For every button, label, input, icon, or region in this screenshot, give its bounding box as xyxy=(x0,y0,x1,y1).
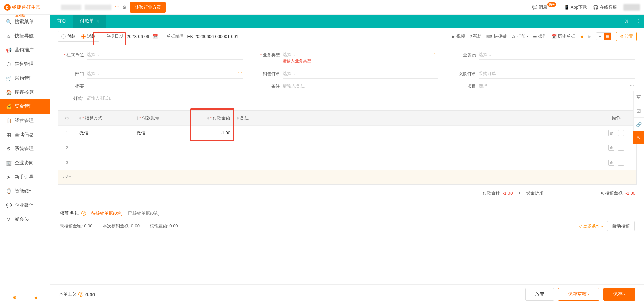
sidebar-item-quicknav[interactable]: ⌂快捷导航 xyxy=(0,29,50,43)
print-link[interactable]: 🖨打印▾ xyxy=(512,33,528,39)
rail-draft-icon[interactable]: 草 xyxy=(633,91,644,104)
sidebar-item-marketing[interactable]: 📢营销推广 xyxy=(0,43,50,57)
help-link[interactable]: ?帮助 xyxy=(470,33,482,39)
cell-settle[interactable]: 微信 xyxy=(76,126,133,140)
add-icon[interactable]: + xyxy=(618,145,624,151)
cell-settle[interactable] xyxy=(76,140,133,155)
question-icon[interactable]: ? xyxy=(81,211,86,216)
sidebar-item-system[interactable]: ⚙系统管理 xyxy=(0,142,50,156)
rail-link-icon[interactable]: 🔗 xyxy=(633,118,644,131)
chevron-down-icon[interactable]: ﹀ xyxy=(434,52,438,57)
cell-remark[interactable] xyxy=(234,140,596,155)
sidebar-item-operation[interactable]: 📋经营管理 xyxy=(0,114,50,128)
rail-check-icon[interactable]: ☑ xyxy=(633,104,644,118)
dept-input[interactable]: 选择...﹀ xyxy=(87,69,243,79)
sidebar-item-basic[interactable]: ▦基础信息 xyxy=(0,128,50,142)
rail-expand-icon[interactable]: ⤡ xyxy=(633,131,644,144)
calendar-icon[interactable]: 📅 xyxy=(153,34,158,39)
th-account[interactable]: ▴▾*付款账号 xyxy=(133,111,190,125)
project-input[interactable]: 选择...⋯ xyxy=(479,81,635,91)
view-card-button[interactable]: ▦ xyxy=(604,33,611,40)
more-icon[interactable]: ⋯ xyxy=(630,51,634,56)
cell-remark[interactable] xyxy=(234,126,596,140)
more-icon[interactable]: ⋯ xyxy=(433,70,438,75)
sidebar-item-guide[interactable]: ➤新手引导 xyxy=(0,170,50,184)
config-button[interactable]: ⚙设置 xyxy=(616,32,637,41)
messages-link[interactable]: 💬 消息 99+ xyxy=(532,4,558,10)
sidebar-item-member[interactable]: V畅会员 xyxy=(0,212,50,226)
cell-account[interactable] xyxy=(133,140,190,155)
purchaseorder-input[interactable]: 采购订单 xyxy=(479,69,635,79)
add-icon[interactable]: + xyxy=(618,160,624,166)
view-list-button[interactable]: ≡ xyxy=(596,33,604,40)
table-row[interactable]: 1 微信 微信 -1.00 🗑+ xyxy=(58,125,636,140)
summary-input[interactable] xyxy=(87,81,243,90)
table-row[interactable]: 2 🗑+ xyxy=(58,140,636,155)
th-amount[interactable]: ▴▾*付款金额 xyxy=(190,111,234,125)
cell-remark[interactable] xyxy=(234,155,596,170)
sidebar-item-purchase[interactable]: 🛒采购管理 xyxy=(0,71,50,85)
sidebar-item-wechat[interactable]: 💬企业微信 xyxy=(0,198,50,212)
radio-payment[interactable]: 付款 xyxy=(61,33,76,39)
salesorder-input[interactable]: 选择...⋯ xyxy=(283,69,439,79)
gear-icon[interactable]: ⚙ xyxy=(13,295,17,300)
biztype-input[interactable]: 选择... ﹀ 请输入业务类型 xyxy=(283,50,439,66)
next-icon[interactable]: ▶ xyxy=(588,34,591,39)
collapse-icon[interactable]: ◀ xyxy=(34,295,37,300)
fullscreen-icon[interactable]: ⛶ xyxy=(633,17,641,25)
app-download-link[interactable]: 📱 App下载 xyxy=(564,4,587,10)
th-settle[interactable]: ▴▾*结算方式 xyxy=(76,111,133,125)
more-conditions-link[interactable]: ▽更多条件▴ xyxy=(579,223,603,229)
sidebar-item-inventory[interactable]: 🏠库存核算 xyxy=(0,85,50,99)
save-draft-button[interactable]: 保存草稿▴ xyxy=(558,288,599,301)
radio-refund[interactable]: 退款 xyxy=(81,33,96,39)
verify-tab-done[interactable]: 已核销单据(0笔) xyxy=(128,210,160,216)
prev-icon[interactable]: ◀ xyxy=(580,34,583,39)
tab-close-all-button[interactable]: ✕ xyxy=(623,17,631,25)
grid-icon: ▦ xyxy=(6,132,11,137)
delete-icon[interactable]: 🗑 xyxy=(608,160,614,166)
add-icon[interactable]: + xyxy=(618,130,624,136)
cell-settle[interactable] xyxy=(76,155,133,170)
discount-input[interactable] xyxy=(547,189,588,197)
table-row[interactable]: 3 🗑+ xyxy=(58,155,636,170)
cell-amount[interactable] xyxy=(190,155,234,170)
remark-input[interactable]: 请输入备注 xyxy=(283,81,439,91)
sidebar-item-hardware[interactable]: ⌚智能硬件 xyxy=(0,184,50,198)
more-icon[interactable]: ⋯ xyxy=(237,51,242,56)
operation-link[interactable]: ☰操作 xyxy=(533,33,547,39)
salesperson-input[interactable]: 选择...⋯ xyxy=(479,50,635,60)
save-button[interactable]: 保存▴ xyxy=(603,288,635,301)
tab-home[interactable]: 首页 xyxy=(50,15,73,28)
history-link[interactable]: 📅历史单据 xyxy=(551,33,575,39)
cell-amount[interactable]: -1.00 xyxy=(190,126,234,140)
auto-writeoff-button[interactable]: 自动核销 xyxy=(607,221,635,231)
cell-account[interactable]: 微信 xyxy=(133,126,190,140)
gear-icon[interactable]: ⚙ xyxy=(122,5,127,10)
shortcut-link[interactable]: ⌨快捷键 xyxy=(486,33,507,39)
cell-account[interactable] xyxy=(133,155,190,170)
more-icon[interactable]: ⋯ xyxy=(630,83,634,88)
tab-payment[interactable]: 付款单 ✕ xyxy=(73,15,106,28)
th-remark[interactable]: ▴▾备注 xyxy=(234,111,596,125)
date-value[interactable]: 2023-06-06 xyxy=(127,34,149,39)
cell-amount[interactable] xyxy=(190,140,234,155)
online-service-link[interactable]: 🎧 在线客服 xyxy=(593,4,617,10)
sidebar-item-collab[interactable]: 🏢企业协同 xyxy=(0,156,50,170)
sidebar-item-sales[interactable]: ⬡销售管理 xyxy=(0,57,50,71)
user-avatar[interactable] xyxy=(623,4,640,11)
close-icon[interactable]: ✕ xyxy=(96,19,99,24)
abandon-button[interactable]: 放弃 xyxy=(525,288,554,301)
delete-icon[interactable]: 🗑 xyxy=(608,145,614,151)
th-gear[interactable]: ⚙ xyxy=(58,111,76,125)
sidebar-item-funds[interactable]: 💰资金管理 xyxy=(0,99,50,114)
verify-tab-pending[interactable]: 待核销单据(0笔) xyxy=(91,210,123,216)
video-link[interactable]: ▶视频 xyxy=(452,33,465,39)
question-icon[interactable]: ? xyxy=(78,292,83,297)
experience-button[interactable]: 体验行业方案 xyxy=(130,2,166,13)
chevron-down-icon[interactable]: ﹀ xyxy=(238,71,242,76)
partner-input[interactable]: 选择...⋯ xyxy=(87,50,243,60)
chevron-down-icon[interactable]: ﹀ xyxy=(115,4,119,10)
test1-input[interactable]: 请输入测试1 xyxy=(87,94,243,103)
delete-icon[interactable]: 🗑 xyxy=(608,130,614,136)
